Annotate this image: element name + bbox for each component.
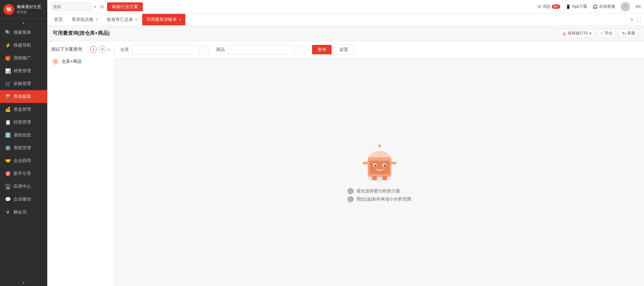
svg-rect-3 xyxy=(369,161,390,174)
svg-rect-14 xyxy=(382,176,387,180)
tab-home[interactable]: 首页 xyxy=(50,14,67,25)
trial-btn[interactable]: 体验行业方案 xyxy=(107,2,143,11)
warehouse-more-btn[interactable]: ··· xyxy=(202,46,209,53)
filter-add-btn[interactable]: + xyxy=(90,46,97,53)
tab-available-qty-close[interactable]: × xyxy=(179,18,181,22)
tab-summary-label: 收发存汇总表 xyxy=(107,17,133,23)
sidebar-item-marketing[interactable]: 🎁 营销推广 xyxy=(0,52,47,64)
sidebar-item-label: 营销推广 xyxy=(14,55,31,61)
sidebar-item-member[interactable]: V 畅会员 xyxy=(0,206,47,218)
tab-summary-close[interactable]: × xyxy=(135,18,137,22)
online-service-btn[interactable]: 🎧 在线客服 xyxy=(593,4,615,9)
guide-icon: 🎯 xyxy=(5,171,11,176)
print-btn[interactable]: 🖨 按模板打印 ▾ xyxy=(559,29,594,37)
refresh-btn[interactable]: ↻ 刷新 xyxy=(619,29,639,37)
warehouse-label: 仓库 xyxy=(120,47,129,53)
tab-available-qty[interactable]: 可用量库存账本 × xyxy=(142,14,185,25)
sidebar-item-inventory[interactable]: 📦 库存核算 xyxy=(0,90,47,103)
search-dropdown-icon[interactable]: ▾ xyxy=(94,4,96,9)
sidebar-item-search[interactable]: 🔍 搜索菜单 xyxy=(0,26,47,39)
hint-text-2: 用[过滤]条件来缩小分析范围 xyxy=(356,196,411,202)
sidebar-item-basic[interactable]: ℹ️ 基础信息 xyxy=(0,129,47,141)
content-area: 按以下方案查询 + ⚙ « ⊙ 仓库+商品 仓库 ··· xyxy=(47,41,644,286)
warehouse-field-group: 仓库 ··· xyxy=(120,45,209,54)
filter-collapse-btn[interactable]: « xyxy=(108,47,110,52)
service-label: 在线客服 xyxy=(599,4,615,9)
topbar-gear-icon[interactable]: ⚙ xyxy=(100,4,104,9)
app-download-btn[interactable]: 📱 App下载 xyxy=(566,4,587,9)
app-logo: 畅 xyxy=(3,4,14,15)
marketing-icon: 🎁 xyxy=(5,55,11,61)
sidebar-item-wechat[interactable]: 💬 企业微信 xyxy=(0,193,47,206)
empty-svg xyxy=(359,142,400,183)
topbar: ▾ ⚙ 体验行业方案 ✉ 消息 99+ 📱 App下载 🎧 在线客服 Rit xyxy=(47,0,644,14)
app-edition: 标准版 xyxy=(17,10,41,15)
product-label: 商品 xyxy=(216,47,225,53)
empty-hint-2: 2 用[过滤]条件来缩小分析范围 xyxy=(347,196,411,202)
filter-header-label: 按以下方案查询 xyxy=(51,46,82,52)
notification-badge: 99+ xyxy=(552,4,560,9)
app-download-label: App下载 xyxy=(572,4,587,9)
sidebar-item-label: 企业微信 xyxy=(14,196,31,202)
filter-item-warehouse-product[interactable]: ⊙ 仓库+商品 xyxy=(47,55,114,68)
warehouse-input[interactable] xyxy=(132,45,199,54)
tab-inventory-batch-close[interactable]: × xyxy=(96,18,98,22)
sidebar-item-label: 经营管理 xyxy=(14,119,31,125)
tab-home-label: 首页 xyxy=(54,17,63,23)
print-dropdown-icon[interactable]: ▾ xyxy=(589,31,591,36)
purchase-icon: 🛒 xyxy=(5,81,11,86)
product-more-btn[interactable]: ··· xyxy=(298,46,305,53)
sidebar-item-sales[interactable]: 📊 销售管理 xyxy=(0,64,47,77)
svg-point-10 xyxy=(378,145,381,147)
username-label[interactable]: Rit xyxy=(636,4,641,9)
system-icon: ⚙️ xyxy=(5,145,11,151)
topbar-right: ✉ 消息 99+ 📱 App下载 🎧 在线客服 Rit xyxy=(538,2,641,11)
tab-window-expand-icon[interactable]: ⛶ xyxy=(637,17,641,22)
sidebar-scroll-up[interactable]: ▲ xyxy=(0,19,47,26)
sidebar-scroll-down[interactable]: ▼ xyxy=(0,279,47,286)
export-btn[interactable]: ↑ 导出 xyxy=(598,29,616,37)
sidebar-item-finance[interactable]: 💰 资金管理 xyxy=(0,103,47,116)
tab-inventory-batch-label: 库存批次账 xyxy=(72,17,94,23)
sidebar-item-system[interactable]: ⚙️ 系统管理 xyxy=(0,141,47,154)
app-download-icon: 📱 xyxy=(566,4,571,9)
export-icon: ↑ xyxy=(601,31,603,36)
sidebar: 畅 畅康通好生意 标准版 ▲ 🔍 搜索菜单 ⚡ 快捷导航 🎁 营销推广 📊 销售… xyxy=(0,0,47,286)
empty-hint-1: 1 请先选择要分析的方案 xyxy=(347,188,411,194)
empty-illustration xyxy=(359,142,400,183)
tab-inventory-batch[interactable]: 库存批次账 × xyxy=(68,14,102,25)
sidebar-item-label: 资金管理 xyxy=(14,106,31,112)
enterprise-icon: 🤝 xyxy=(5,158,11,163)
wechat-icon: 💬 xyxy=(5,197,11,202)
sidebar-item-appstore[interactable]: 🖥️ 应用中心 xyxy=(0,180,47,193)
refresh-icon: ↻ xyxy=(622,31,626,36)
tab-available-qty-label: 可用量库存账本 xyxy=(146,17,177,23)
query-btn[interactable]: 查询 xyxy=(312,45,332,54)
sidebar-item-label: 搜索菜单 xyxy=(14,29,31,35)
sidebar-item-label: 企业协同 xyxy=(14,158,31,164)
sales-icon: 📊 xyxy=(5,68,11,74)
sidebar-item-management[interactable]: 📋 经营管理 xyxy=(0,116,47,129)
sidebar-item-enterprise[interactable]: 🤝 企业协同 xyxy=(0,154,47,167)
tab-summary[interactable]: 收发存汇总表 × xyxy=(103,14,141,25)
svg-point-7 xyxy=(384,165,385,166)
sidebar-item-label: 快捷导航 xyxy=(14,42,31,48)
product-input[interactable] xyxy=(228,45,295,54)
sidebar-header: 畅 畅康通好生意 标准版 xyxy=(0,0,47,19)
print-icon: 🖨 xyxy=(562,31,566,36)
search-input[interactable] xyxy=(51,2,91,11)
notification-btn[interactable]: ✉ 消息 99+ xyxy=(538,4,560,9)
basic-icon: ℹ️ xyxy=(5,132,11,138)
svg-point-6 xyxy=(374,165,376,166)
sidebar-item-label: 应用中心 xyxy=(14,183,31,189)
notification-icon: ✉ xyxy=(538,4,541,9)
sidebar-item-label: 系统管理 xyxy=(14,145,31,151)
sidebar-item-quicknav[interactable]: ⚡ 快捷导航 xyxy=(0,39,47,52)
settings-btn[interactable]: 设置 xyxy=(334,45,354,55)
user-avatar[interactable] xyxy=(621,2,630,11)
filter-settings-btn[interactable]: ⚙ xyxy=(99,46,106,53)
product-field-group: 商品 ··· xyxy=(216,45,305,54)
sidebar-item-purchase[interactable]: 🛒 采购管理 xyxy=(0,77,47,90)
tab-window-close-icon[interactable]: ✕ xyxy=(630,17,634,22)
sidebar-item-guide[interactable]: 🎯 新手引导 xyxy=(0,167,47,180)
